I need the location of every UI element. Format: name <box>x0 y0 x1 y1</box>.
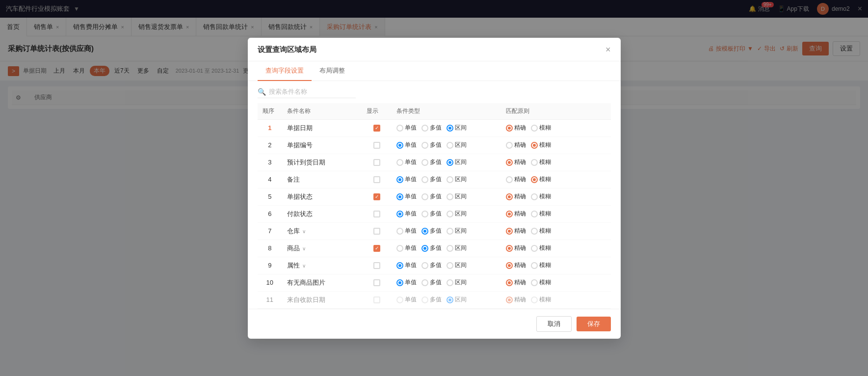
th-display: 显示 <box>362 103 392 115</box>
modal-search-wrap: 🔍 <box>258 86 356 98</box>
modal-tabs: 查询字段设置 布局调整 <box>248 61 621 81</box>
modal-tab-query-label: 查询字段设置 <box>265 67 304 74</box>
th-condition-type: 条件类型 <box>392 103 501 115</box>
th-match-rule: 匹配原则 <box>501 103 610 115</box>
conditions-table: 顺序 条件名称 显示 条件类型 匹配原则 1单据日期单值多值区间精确模糊2单据编… <box>258 103 611 115</box>
modal-overlay: 设置查询区域布局 × 查询字段设置 布局调整 🔍 顺序 <box>0 0 868 115</box>
settings-modal: 设置查询区域布局 × 查询字段设置 布局调整 🔍 顺序 <box>248 38 621 115</box>
modal-tab-layout[interactable]: 布局调整 <box>312 61 353 81</box>
modal-search-area: 🔍 <box>248 81 621 103</box>
modal-close-button[interactable]: × <box>605 45 611 55</box>
th-order: 顺序 <box>258 103 283 115</box>
modal-title: 设置查询区域布局 <box>258 45 316 54</box>
modal-header: 设置查询区域布局 × <box>248 38 621 61</box>
search-icon: 🔍 <box>258 88 266 96</box>
modal-tab-query-fields[interactable]: 查询字段设置 <box>258 61 312 81</box>
table-header: 顺序 条件名称 显示 条件类型 匹配原则 <box>258 103 611 115</box>
modal-table-wrap: 顺序 条件名称 显示 条件类型 匹配原则 1单据日期单值多值区间精确模糊2单据编… <box>248 103 621 115</box>
th-condition-name: 条件名称 <box>282 103 362 115</box>
modal-tab-layout-label: 布局调整 <box>319 67 345 74</box>
condition-search-input[interactable] <box>269 88 347 95</box>
